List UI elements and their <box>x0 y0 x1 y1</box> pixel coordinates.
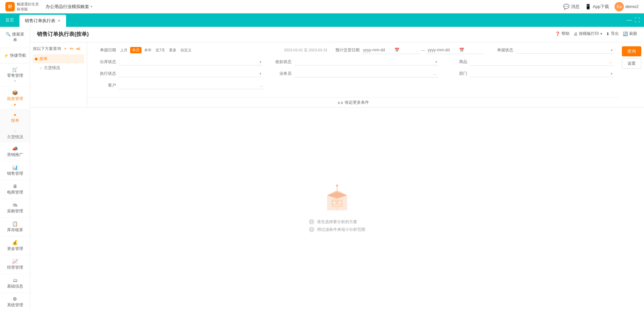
delivery-start-input[interactable] <box>363 48 393 52</box>
retail-icon: 🛒 <box>12 67 18 72</box>
filter-date-field: 单据日期 上月 本月 本年 近7天 更多 自定义 <box>93 47 279 53</box>
exec-dropdown-icon: ▾ <box>260 72 261 75</box>
settings-button[interactable]: 设置 <box>622 58 641 69</box>
goods-label: 商品 <box>444 59 467 65</box>
outbound-select[interactable]: ▾ <box>119 59 263 65</box>
date-tab-more[interactable]: 更多 <box>168 47 178 53</box>
tab-close-icon[interactable]: ✕ <box>57 18 61 23</box>
sidebar-item-marketing[interactable]: 📣 营销推广 <box>0 143 30 161</box>
goods-more-icon[interactable]: … <box>608 59 612 64</box>
date-tabs: 上月 本月 本年 近7天 更多 自定义 <box>119 47 193 53</box>
filter-row-4: 客户 … <box>93 82 614 89</box>
date-range-display: 2023-03-01 至 2023-03-31 <box>284 48 328 53</box>
template-print-action[interactable]: 🖨 按模板打印 ▾ <box>574 31 602 37</box>
dept-dropdown-icon: ▾ <box>611 72 612 75</box>
exec-select[interactable]: ▾ <box>119 70 263 77</box>
dept-select[interactable]: ▾ <box>470 70 614 77</box>
wholesale-icon: 📦 <box>12 90 18 95</box>
inventory-icon: 📋 <box>12 221 18 226</box>
app-subtitle[interactable]: 办公用品行业模拟账套 ▾ <box>46 4 92 10</box>
scheme-sub-icon: ○ <box>40 66 42 70</box>
edit-scheme-button[interactable]: ✏ <box>70 46 74 51</box>
app-subtitle-dropdown-icon[interactable]: ▾ <box>91 5 92 8</box>
sidebar-item-sales[interactable]: 📊 销售管理 <box>0 161 30 180</box>
sidebar-submenu-debt[interactable]: ○ 欠货情况 <box>0 126 30 143</box>
finance-icon: 💰 <box>12 240 18 245</box>
scheme-active-dot <box>35 58 38 60</box>
delivery-start-box[interactable]: 📅 <box>362 46 420 54</box>
date-tab-prev-month[interactable]: 上月 <box>119 47 129 53</box>
sidebar-item-purchase[interactable]: 🛍 采购管理 <box>0 199 30 218</box>
filter-row-3: 执行状态 ▾ 业务员 … <box>93 70 614 78</box>
page-header: 销售订单执行表(按单) ❓ 帮助 🖨 按模板打印 ▾ ⬇ 导出 🔄 刷新 <box>30 27 644 42</box>
salesman-more-icon[interactable]: … <box>433 71 437 76</box>
status-dropdown-icon: ▾ <box>611 48 612 52</box>
sidebar-item-retail[interactable]: 🛒 零售管理 ▼ <box>0 63 30 87</box>
tab-maximize-icon[interactable]: ⛶ <box>635 17 640 23</box>
sidebar-item-system[interactable]: ⚙ 系统管理 <box>0 293 30 310</box>
tab-minimize-icon[interactable]: — <box>627 17 632 23</box>
page-header-actions: ❓ 帮助 🖨 按模板打印 ▾ ⬇ 导出 🔄 刷新 <box>555 31 637 41</box>
sidebar-item-ecommerce[interactable]: 🖥 电商管理 <box>0 180 30 199</box>
sidebar-submenu: ● 按单 ○ 欠货情况 <box>0 110 30 143</box>
customer-select[interactable]: … <box>119 82 265 89</box>
sidebar-item-wholesale[interactable]: 📦 批发管理 ▲ <box>0 87 30 110</box>
app-download-action[interactable]: 📱 App下载 <box>585 4 609 10</box>
date-tab-last7days[interactable]: 近7天 <box>154 47 166 53</box>
date-tab-this-month[interactable]: 本月 <box>130 47 142 53</box>
collection-select[interactable]: ▾ <box>294 59 438 65</box>
filter-collection-field: 收款状态 ▾ <box>268 59 438 65</box>
date-tab-this-year[interactable]: 本年 <box>143 47 153 53</box>
status-select[interactable]: ▾ <box>516 47 614 54</box>
filter-fields-wrapper: 单据日期 上月 本月 本年 近7天 更多 自定义 2023-03-01 <box>87 42 619 107</box>
step-num-2: 2 <box>309 227 314 232</box>
collapse-icon: ∧∧ <box>337 100 343 105</box>
scheme-item-order[interactable]: 按单 <box>33 54 84 63</box>
sidebar-item-basic[interactable]: 🗂 基础信息 <box>0 274 30 293</box>
delivery-label: 预计交货日期 <box>335 47 359 53</box>
search-button[interactable]: 查询 <box>622 46 641 56</box>
refresh-action[interactable]: 🔄 刷新 <box>623 31 637 37</box>
sidebar-quick-nav[interactable]: ⚡ 快捷导航 <box>0 50 30 61</box>
collection-label: 收款状态 <box>268 59 291 65</box>
customer-more-icon[interactable]: … <box>259 83 263 88</box>
delivery-end-box[interactable]: 📅 <box>426 46 484 54</box>
empty-step-2: 2 用过滤条件来缩小分析范围 <box>309 227 365 232</box>
print-dropdown-icon[interactable]: ▾ <box>600 32 602 36</box>
tab-sales-exec[interactable]: 销售订单执行表 ✕ <box>19 15 66 27</box>
sidebar-submenu-order[interactable]: ● 按单 <box>0 110 30 126</box>
collection-dropdown-icon: ▾ <box>435 60 437 64</box>
calendar-start-icon: 📅 <box>394 48 399 52</box>
collapse-button[interactable]: ∧∧ 收起更多条件 <box>337 100 369 105</box>
help-action[interactable]: ❓ 帮助 <box>555 31 570 37</box>
delivery-end-input[interactable] <box>428 48 458 52</box>
collapse-scheme-button[interactable]: ≪ <box>76 46 81 51</box>
add-scheme-button[interactable]: ＋ <box>63 46 68 52</box>
goods-select[interactable]: … <box>470 58 614 66</box>
salesman-select[interactable]: … <box>294 70 438 78</box>
empty-illustration <box>320 184 354 214</box>
debt-icon: ○ <box>14 129 16 134</box>
scheme-subitem-debt[interactable]: ○ 欠货情况 <box>33 63 84 72</box>
svg-point-6 <box>339 202 341 204</box>
basic-icon: 🗂 <box>13 277 17 283</box>
tab-home[interactable]: 首页 <box>0 13 19 27</box>
date-tab-custom[interactable]: 自定义 <box>179 47 193 53</box>
filter-row-1: 单据日期 上月 本月 本年 近7天 更多 自定义 2023-03-01 <box>93 46 614 54</box>
header-left: 好 畅捷通好生意 标准版 办公用品行业模拟账套 ▾ <box>5 2 92 11</box>
sidebar-item-finance[interactable]: 💰 资金管理 <box>0 237 30 255</box>
logo-text: 畅捷通好生意 标准版 <box>17 2 39 11</box>
sidebar: 🔍 搜索菜单 ⚡ 快捷导航 🛒 零售管理 ▼ 📦 批发管理 ▲ <box>0 27 30 310</box>
purchase-icon: 🛍 <box>13 202 17 208</box>
salesman-label: 业务员 <box>268 71 291 76</box>
empty-steps: 1 请先选择要分析的方案 2 用过滤条件来缩小分析范围 <box>309 219 365 235</box>
user-profile[interactable]: Ea demo2 <box>614 2 639 11</box>
export-action[interactable]: ⬇ 导出 <box>606 31 619 37</box>
sidebar-item-inventory[interactable]: 📋 库存核算 <box>0 218 30 237</box>
exec-label: 执行状态 <box>93 71 116 76</box>
marketing-icon: 📣 <box>12 146 18 151</box>
message-action[interactable]: 💬 消息 <box>563 4 580 10</box>
sidebar-item-operations[interactable]: 📈 经营管理 <box>0 255 30 274</box>
search-icon: 🔍 <box>6 32 11 37</box>
search-menu-button[interactable]: 🔍 搜索菜单 <box>3 30 27 45</box>
